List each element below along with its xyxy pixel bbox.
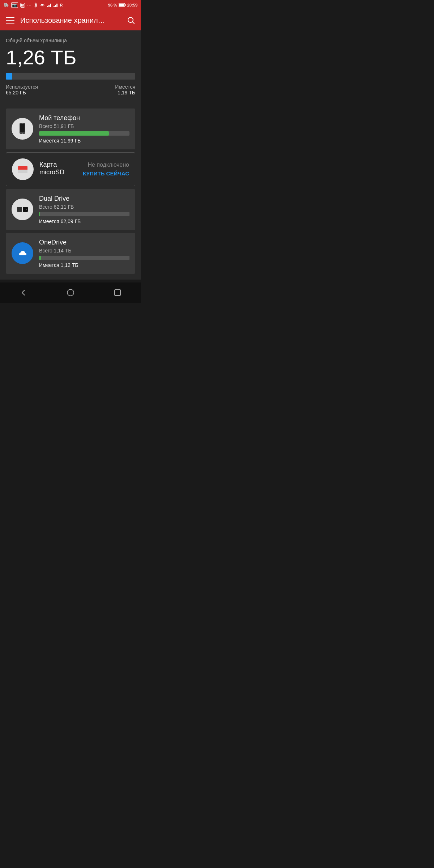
onedrive-available: Имеется 1,12 ТБ [39,262,129,268]
storage-summary: Общий объем хранилища 1,26 ТБ Использует… [0,30,141,109]
dualdrive-progress-fill [39,212,40,216]
svg-rect-14 [22,124,23,124]
dualdrive-available: Имеется 62,09 ГБ [39,218,129,224]
svg-rect-2 [50,4,51,7]
used-stat: Используется 65,20 ГБ [6,84,38,95]
phone-card-total: Всего 51,91 ГБ [39,123,129,129]
available-value: 1,19 ТБ [115,90,135,95]
microsd-card-icon [12,158,34,180]
home-button[interactable] [65,287,76,298]
onedrive-card-info: OneDrive Всего 1,14 ТБ Имеется 1,12 ТБ [39,239,129,268]
overall-progress-fill [6,73,12,80]
used-label: Используется [6,84,38,90]
phone-available: Имеется 11,99 ГБ [39,138,129,144]
svg-rect-1 [48,5,50,7]
storage-cards: Мой телефон Всего 51,91 ГБ Имеется 11,99… [0,109,141,280]
not-connected-text: Не подключено [88,161,129,168]
microsd-card[interactable]: Карта microSD Не подключено КУПИТЬ СЕЙЧА… [6,152,135,186]
svg-rect-12 [20,124,25,132]
search-button[interactable] [127,16,135,25]
app-bar: Использование хранил… [0,10,141,30]
overall-progress-bar [6,73,135,80]
phone-card-icon [12,118,33,140]
svg-rect-7 [125,4,125,6]
battery-icon [119,3,126,7]
microsd-card-info: Карта microSD [39,161,77,178]
status-bar: 🐘 📷 in ··· R 96 % [0,0,141,10]
time: 20:59 [127,3,137,7]
storage-stats: Используется 65,20 ГБ Имеется 1,19 ТБ [6,84,135,95]
dualdrive-card-total: Всего 62,11 ГБ [39,204,129,210]
onedrive-card[interactable]: OneDrive Всего 1,14 ТБ Имеется 1,12 ТБ [6,233,135,274]
buy-now-button[interactable]: КУПИТЬ СЕЙЧАС [83,170,129,177]
total-storage-label: Общий объем хранилища [6,38,135,43]
svg-point-13 [22,133,23,134]
back-button[interactable] [18,287,29,298]
signal-icon-2 [54,3,58,7]
onedrive-card-icon [12,242,33,264]
phone-card-name: Мой телефон [39,114,129,122]
phone-card-info: Мой телефон Всего 51,91 ГБ Имеется 11,99… [39,114,129,144]
recent-apps-button[interactable] [112,287,123,298]
microsd-right: Не подключено КУПИТЬ СЕЙЧАС [83,161,129,177]
used-value: 65,20 ГБ [6,90,38,95]
wifi-icon [40,3,45,7]
bluetooth-icon [34,3,38,8]
battery-percent: 96 % [108,3,117,7]
menu-button[interactable] [6,16,14,25]
more-icon: ··· [27,3,32,8]
signal-icon-1 [47,3,51,7]
bottom-navigation [0,282,141,303]
instagram-icon-1: 📷 [11,2,18,8]
dualdrive-progress-bar [39,212,129,216]
onedrive-progress-fill [39,256,41,260]
svg-rect-3 [54,6,55,7]
dualdrive-card-info: Dual Drive Всего 62,11 ГБ Имеется 62,09 … [39,195,129,224]
microsd-card-name: Карта microSD [39,161,77,176]
status-left-icons: 🐘 📷 in ··· R [4,2,63,8]
total-storage-size: 1,26 ТБ [6,46,135,69]
status-right: 96 % 20:59 [108,3,137,7]
svg-line-10 [133,22,135,24]
onedrive-progress-bar [39,256,129,260]
onedrive-card-name: OneDrive [39,239,129,246]
available-stat: Имеется 1,19 ТБ [115,84,135,95]
phone-card[interactable]: Мой телефон Всего 51,91 ГБ Имеется 11,99… [6,109,135,149]
svg-rect-17 [18,168,27,170]
svg-point-20 [26,209,27,210]
svg-rect-18 [17,207,22,212]
onedrive-card-total: Всего 1,14 ТБ [39,248,129,254]
app-bar-title: Использование хранил… [20,16,121,25]
svg-rect-0 [47,6,48,7]
dualdrive-card-icon [12,199,33,220]
dualdrive-card-name: Dual Drive [39,195,129,203]
svg-point-22 [67,289,74,296]
svg-rect-5 [56,4,58,7]
evernote-icon: 🐘 [4,3,9,8]
svg-rect-8 [119,4,124,7]
svg-rect-4 [55,5,56,7]
dualdrive-card[interactable]: Dual Drive Всего 62,11 ГБ Имеется 62,09 … [6,189,135,230]
phone-progress-fill [39,131,109,136]
r-indicator: R [60,3,63,7]
phone-progress-bar [39,131,129,136]
available-label: Имеется [115,84,135,90]
instagram-icon-2: in [20,3,25,8]
svg-rect-23 [115,290,120,295]
